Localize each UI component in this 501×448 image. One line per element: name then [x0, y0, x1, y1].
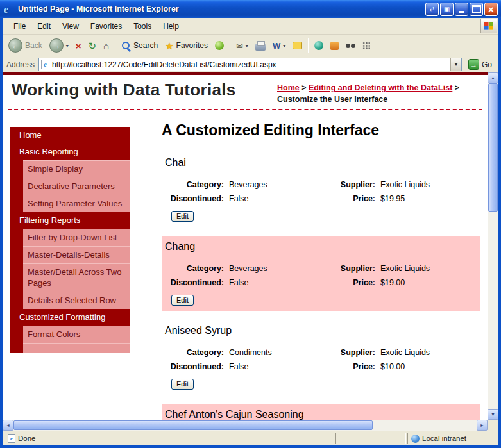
messenger-button[interactable]	[311, 39, 327, 52]
edit-word-button[interactable]	[269, 40, 289, 52]
scroll-left-button[interactable]	[3, 420, 13, 431]
discontinued-value: False	[229, 361, 305, 372]
back-icon	[8, 38, 22, 53]
product-name: Aniseed Syrup	[165, 325, 473, 336]
sidebar-item[interactable]: Master-Details-Details	[23, 246, 130, 263]
windows-logo	[480, 19, 497, 33]
research-button[interactable]	[327, 40, 342, 52]
supplier-value: Exotic Liquids	[380, 263, 473, 274]
go-label: Go	[482, 60, 492, 69]
scroll-up-button[interactable]	[488, 72, 498, 83]
sidebar-item[interactable]: Details of Selected Row	[23, 292, 130, 309]
ie-window: Untitled Page - Microsoft Internet Explo…	[0, 0, 501, 448]
refresh-button[interactable]	[85, 39, 99, 53]
category-value: Beverages	[229, 179, 305, 190]
favorites-button[interactable]: Favorites	[162, 39, 211, 53]
sidebar-item[interactable]: Simple Display	[23, 160, 130, 178]
product-name: Chef Anton's Cajun Seasoning	[165, 409, 473, 420]
sidebar-item[interactable]: Customized Formatting	[10, 309, 130, 326]
toggle-screen-button[interactable]	[440, 3, 454, 16]
supplier-label: Supplier:	[310, 263, 375, 274]
stop-button[interactable]	[72, 39, 85, 53]
address-dropdown-button[interactable]	[450, 58, 461, 71]
vertical-scrollbar[interactable]	[488, 72, 498, 420]
product-name: Chang	[165, 241, 473, 253]
scroll-down-button[interactable]	[488, 409, 498, 420]
maximize-button[interactable]	[470, 3, 483, 16]
chevron-down-icon	[283, 43, 285, 49]
supplier-label: Supplier:	[310, 179, 375, 190]
price-value: $19.00	[380, 277, 473, 288]
breadcrumb-section-link[interactable]: Editing and Deleting with the DataList	[309, 83, 452, 92]
back-button[interactable]: Back	[5, 37, 46, 54]
go-icon	[468, 59, 479, 70]
category-label: Category:	[165, 263, 224, 274]
scroll-right-button[interactable]	[477, 420, 488, 431]
sidebar-item[interactable]: Format Colors	[23, 326, 130, 343]
horizontal-scrollbar-thumb[interactable]	[13, 420, 373, 430]
menu-tools[interactable]: Tools	[128, 20, 157, 33]
discontinued-label: Discontinued:	[165, 361, 224, 372]
search-icon	[121, 41, 131, 51]
favorites-star-icon	[165, 41, 173, 51]
stop-icon	[76, 41, 81, 51]
product-item: Chef Anton's Cajun Seasoning Category: S…	[162, 404, 480, 420]
supplier-label: Supplier:	[310, 347, 375, 358]
sidebar-item[interactable]: Basic Reporting	[10, 144, 130, 160]
search-button[interactable]: Search	[118, 39, 161, 53]
discuss-button[interactable]	[289, 40, 305, 51]
page-content: Working with Data Tutorials Home > Editi…	[3, 72, 488, 420]
home-button[interactable]	[100, 39, 112, 53]
menu-help[interactable]: Help	[157, 20, 185, 33]
page-body: HomeBasic ReportingSimple DisplayDeclara…	[3, 110, 488, 420]
print-button[interactable]	[252, 39, 269, 53]
mail-button[interactable]	[233, 40, 251, 52]
sidebar-item[interactable]: Filtering Reports	[10, 212, 130, 229]
sidebar-item[interactable]: Home	[10, 127, 130, 144]
scrollbar-corner	[488, 420, 498, 431]
sidebar-item[interactable]: Setting Parameter Values	[23, 195, 130, 212]
mail-icon	[236, 42, 243, 50]
status-spacer-pane	[335, 433, 406, 444]
grid-button[interactable]	[359, 40, 374, 52]
menu-favorites[interactable]: Favorites	[85, 20, 128, 33]
menu-edit[interactable]: Edit	[31, 20, 56, 33]
go-button[interactable]: Go	[466, 58, 495, 71]
print-icon	[255, 44, 266, 51]
window-title: Untitled Page - Microsoft Internet Explo…	[18, 4, 179, 13]
edit-button[interactable]: Edit	[171, 379, 194, 390]
sidebar-item[interactable]: Declarative Parameters	[23, 178, 130, 195]
minimize-button[interactable]	[455, 3, 468, 16]
main-content: A Customized Editing Interface Chai Cate…	[130, 118, 488, 420]
vertical-scrollbar-thumb[interactable]	[488, 83, 498, 212]
status-bar: Done Local intranet	[3, 431, 498, 445]
price-label: Price:	[310, 277, 375, 288]
browser-viewport: Working with Data Tutorials Home > Editi…	[3, 72, 498, 431]
horizontal-scrollbar[interactable]	[3, 420, 488, 431]
document-icon	[8, 434, 15, 443]
product-item: Aniseed Syrup Category: Condiments Suppl…	[162, 320, 480, 395]
menu-view[interactable]: View	[56, 20, 85, 33]
messenger-icon	[314, 41, 323, 50]
binoculars-button[interactable]	[343, 42, 359, 50]
media-button[interactable]	[212, 39, 227, 52]
close-button[interactable]	[484, 3, 498, 16]
address-input[interactable]: http://localhost:1227/Code/EditDeleteDat…	[38, 58, 462, 71]
breadcrumb-home-link[interactable]: Home	[277, 83, 300, 92]
forward-button[interactable]	[46, 37, 72, 54]
toggle-size-button[interactable]	[425, 3, 439, 16]
edit-button[interactable]: Edit	[171, 211, 194, 222]
favorites-label: Favorites	[176, 41, 208, 50]
sidebar-item[interactable]	[23, 343, 130, 353]
sidebar-item[interactable]: Master/Detail Across Two Pages	[23, 263, 130, 292]
breadcrumb-separator: >	[452, 83, 459, 92]
product-name: Chai	[165, 157, 473, 169]
menu-file[interactable]: File	[8, 20, 31, 33]
refresh-icon	[88, 41, 96, 51]
product-item: Chai Category: Beverages Supplier: Exoti…	[162, 152, 480, 227]
discontinued-label: Discontinued:	[165, 277, 224, 288]
edit-button[interactable]: Edit	[171, 295, 194, 306]
title-bar[interactable]: Untitled Page - Microsoft Internet Explo…	[0, 0, 501, 18]
sidebar-item[interactable]: Filter by Drop-Down List	[23, 229, 130, 246]
supplier-value: Exotic Liquids	[380, 347, 473, 358]
